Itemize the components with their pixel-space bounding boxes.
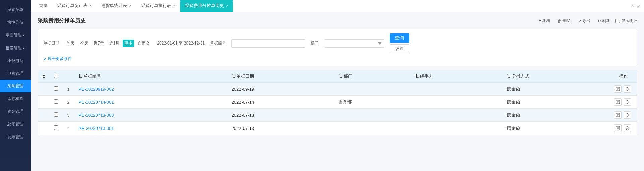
- tab-item-采购订单执行表[interactable]: 采购订单执行表×: [136, 0, 180, 12]
- tab-item-采购订单统计表[interactable]: 采购订单统计表×: [52, 0, 96, 12]
- row-split-method: 按金额: [503, 83, 610, 96]
- row-doc-no: PE-20220714-001: [74, 96, 228, 109]
- table-row: 3PE-20220713-0032022-07-13按金额: [38, 109, 637, 122]
- query-button[interactable]: 查询: [390, 33, 409, 43]
- tab-label: 采购费用分摊单历史: [185, 3, 224, 9]
- show-cols-checkbox[interactable]: [615, 19, 620, 23]
- doc-no-link[interactable]: PE-20220714-001: [78, 100, 114, 105]
- view-action-icon[interactable]: [614, 98, 622, 106]
- sidebar-item-小畅电商[interactable]: 小畅电商: [0, 54, 31, 67]
- col-header-checkbox[interactable]: [50, 70, 62, 83]
- sidebar-item-采购管理[interactable]: 采购管理: [0, 80, 31, 92]
- action-icons-group: [614, 124, 633, 132]
- sidebar-item-批发管理[interactable]: 批发管理▼: [0, 41, 31, 54]
- delete-label: 删除: [562, 18, 571, 24]
- main-content: 首页采购订单统计表×进货单统计表×采购订单执行表×采购费用分摊单历史× × ⤢ …: [31, 0, 644, 171]
- expand-icon: ∨: [43, 57, 46, 61]
- view-action-icon[interactable]: [614, 124, 622, 132]
- doc-no-link[interactable]: PE-20220713-001: [78, 126, 114, 131]
- row-doc-date: 2022-07-13: [228, 109, 335, 122]
- row-checkbox-cell: [50, 96, 62, 109]
- edit-action-icon[interactable]: [624, 85, 631, 93]
- expand-row: ∨ 展开更多条件: [43, 56, 632, 62]
- date-filter-label: 单据日期: [43, 40, 59, 46]
- export-button[interactable]: ↗ 导出: [576, 17, 592, 25]
- row-checkbox-cell: [50, 122, 62, 135]
- view-action-icon[interactable]: [614, 85, 622, 93]
- expand-label: 展开更多条件: [48, 56, 72, 62]
- filter-row-1: 单据日期 昨天 今天 近7天 近1月 更多 自定义 2022-01-01 至 2…: [43, 33, 632, 53]
- sidebar-arrow-icon: ▼: [22, 34, 25, 37]
- dept-select[interactable]: 财务部: [324, 39, 384, 48]
- col-header-settings[interactable]: ⚙: [38, 70, 50, 83]
- tab-close-icon[interactable]: ×: [226, 4, 228, 8]
- expand-conditions-btn[interactable]: ∨ 展开更多条件: [43, 56, 632, 62]
- date-today-btn[interactable]: 今天: [78, 40, 90, 47]
- sidebar-item-发票管理[interactable]: 发票管理: [0, 131, 31, 143]
- action-icons-group: [614, 111, 633, 119]
- date-1month-btn[interactable]: 近1月: [107, 40, 122, 47]
- action-icons-group: [614, 85, 633, 93]
- tab-item-进货单统计表[interactable]: 进货单统计表×: [96, 0, 136, 12]
- sidebar-item-总账管理[interactable]: 总账管理: [0, 118, 31, 131]
- tab-bar: 首页采购订单统计表×进货单统计表×采购订单执行表×采购费用分摊单历史× × ⤢: [31, 0, 644, 12]
- row-checkbox[interactable]: [54, 125, 58, 130]
- view-action-icon[interactable]: [614, 111, 622, 119]
- col-sort-doc-date-icon: ⇅: [232, 74, 235, 79]
- edit-action-icon[interactable]: [624, 111, 631, 119]
- row-num: 1: [62, 83, 74, 96]
- row-handler: [411, 83, 503, 96]
- add-button[interactable]: + 新增: [537, 17, 552, 25]
- date-yesterday-btn[interactable]: 昨天: [65, 40, 77, 47]
- settings-button[interactable]: 设置: [390, 44, 409, 53]
- row-dept: 财务部: [335, 96, 411, 109]
- tab-restore-icon[interactable]: ⤢: [637, 3, 641, 9]
- row-checkbox[interactable]: [54, 112, 58, 117]
- row-num: 3: [62, 109, 74, 122]
- row-num: 4: [62, 122, 74, 135]
- svg-point-5: [626, 89, 627, 89]
- edit-action-icon[interactable]: [624, 124, 631, 132]
- svg-point-21: [626, 115, 627, 115]
- doc-no-link[interactable]: PE-20220713-003: [78, 113, 114, 118]
- delete-icon: 🗑: [557, 19, 561, 23]
- sidebar-item-资金管理[interactable]: 资金管理: [0, 105, 31, 118]
- tab-close-icon[interactable]: ×: [129, 4, 131, 8]
- date-7days-btn[interactable]: 近7天: [92, 40, 106, 47]
- sidebar-item-库存核算[interactable]: 库存核算: [0, 92, 31, 105]
- svg-point-14: [627, 102, 628, 102]
- date-custom-btn[interactable]: 自定义: [136, 40, 152, 47]
- data-table-container: ⚙ ⇅ 单据编号 ⇅ 单据日期 ⇅ 部门: [38, 70, 637, 135]
- svg-point-23: [628, 115, 628, 115]
- tab-item-采购费用分摊单历史[interactable]: 采购费用分摊单历史×: [180, 0, 233, 12]
- tab-close-all-icon[interactable]: ×: [631, 3, 634, 9]
- date-more-btn[interactable]: 更多: [123, 40, 134, 47]
- refresh-button[interactable]: ↻ 刷新: [596, 17, 612, 25]
- row-checkbox[interactable]: [54, 99, 58, 104]
- table-row: 2PE-20220714-0012022-07-14财务部按金额: [38, 96, 637, 109]
- query-actions: 查询 设置: [390, 33, 409, 53]
- delete-button[interactable]: 🗑 删除: [555, 17, 573, 25]
- select-all-checkbox[interactable]: [54, 74, 58, 78]
- sidebar: 搜索菜单快捷导航零售管理▼批发管理▼小畅电商电商管理采购管理库存核算资金管理总账…: [0, 0, 31, 171]
- page-content-area: 采购费用分摊单历史 + 新增 🗑 删除 ↗ 导出 ↻ 刷新 显示明细: [31, 12, 644, 171]
- tab-close-icon[interactable]: ×: [173, 4, 175, 8]
- doc-no-link[interactable]: PE-20220919-002: [78, 87, 114, 92]
- tab-label: 首页: [39, 3, 48, 9]
- edit-action-icon[interactable]: [624, 98, 631, 106]
- row-handler: [411, 122, 503, 135]
- tab-item-首页[interactable]: 首页: [34, 0, 52, 12]
- tab-close-icon[interactable]: ×: [90, 4, 92, 8]
- show-cols-checkbox-wrap[interactable]: 显示明细: [615, 18, 637, 24]
- svg-point-6: [627, 89, 628, 89]
- row-checkbox[interactable]: [54, 86, 58, 91]
- table-body: 1PE-20220919-0022022-09-19按金额2PE-2022071…: [38, 83, 637, 135]
- sidebar-item-搜索菜单[interactable]: 搜索菜单: [0, 3, 31, 16]
- sidebar-item-快捷导航[interactable]: 快捷导航: [0, 16, 31, 29]
- sidebar-item-零售管理[interactable]: 零售管理▼: [0, 29, 31, 41]
- sidebar-item-电商管理[interactable]: 电商管理: [0, 67, 31, 80]
- dept-filter-label: 部门: [311, 40, 319, 46]
- doc-no-input[interactable]: [231, 39, 305, 48]
- data-table: ⚙ ⇅ 单据编号 ⇅ 单据日期 ⇅ 部门: [38, 70, 637, 135]
- col-sort-handler-icon: ⇅: [415, 74, 419, 79]
